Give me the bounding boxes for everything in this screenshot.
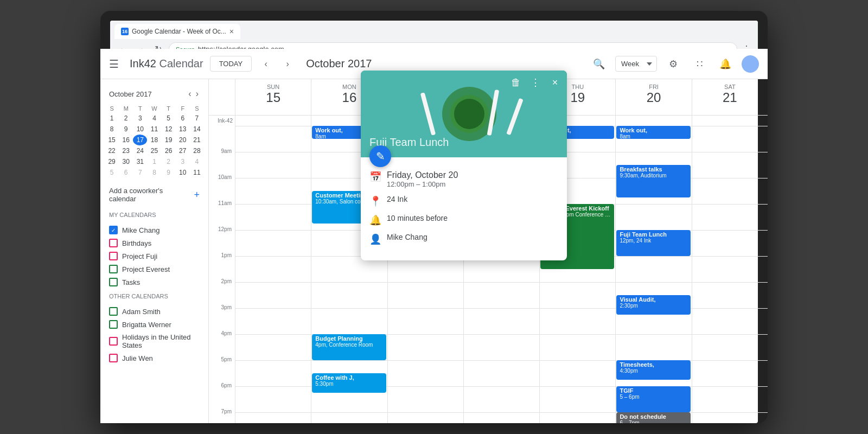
mini-cal-day[interactable]: 27 [176,145,190,156]
next-week-btn[interactable]: › [280,60,295,72]
mini-cal-day[interactable]: 12 [162,124,176,135]
mini-cal-day[interactable]: 6 [119,167,133,178]
mini-cal-day[interactable]: 16 [119,135,133,145]
add-coworker-btn[interactable]: Add a coworker's calendar + [110,182,204,207]
mini-cal-day[interactable]: 25 [147,145,161,156]
my-calendar-item[interactable]: ✓Mike Chang [110,224,204,237]
mini-cal-day[interactable]: 24 [133,145,147,156]
event-block[interactable]: Work out,8am [616,126,690,139]
mini-cal-day[interactable]: 3 [176,156,190,167]
cal-label: Holidays in the United States [122,333,200,349]
cal-label: Brigatta Werner [122,321,171,329]
mini-cal-day[interactable]: 17 [133,135,147,145]
popup-edit-btn[interactable]: ✎ [369,145,391,167]
day-header-w: W [147,104,161,113]
mini-cal-day[interactable]: 19 [162,135,176,145]
day-header-fri: FRI 20 [615,79,691,115]
mini-cal-day[interactable]: 8 [110,124,119,135]
mini-cal-day[interactable]: 4 [190,156,204,167]
mini-cal-day[interactable]: 14 [190,124,204,135]
mini-cal-day[interactable]: 2 [162,156,176,167]
mini-cal-day[interactable]: 15 [110,135,119,145]
event-block[interactable]: Do not schedule6 – 7pm [616,412,690,423]
mini-cal-day[interactable]: 18 [147,135,161,145]
cal-label: Project Everest [122,265,170,273]
mini-cal-day[interactable]: 5 [110,167,119,178]
my-calendar-item[interactable]: Project Fuji [110,250,204,263]
mini-cal-day[interactable]: 31 [133,156,147,167]
today-button[interactable]: TODAY [210,60,252,72]
mini-cal-day[interactable]: 10 [176,167,190,178]
browser-tab[interactable]: 16 Google Calendar - Week of Oc... × [114,24,240,39]
mini-cal-day[interactable]: 9 [162,167,176,178]
view-select[interactable]: Week Day Month [615,60,657,72]
mini-cal-day[interactable]: 8 [147,167,161,178]
sun-num: 15 [266,91,280,104]
popup-reminder-text: 10 minutes before [387,214,448,222]
event-subtitle: 5:30pm [315,381,382,387]
mini-cal-day[interactable]: 11 [147,124,161,135]
user-avatar[interactable] [742,60,758,73]
mini-cal-day[interactable]: 23 [119,145,133,156]
apps-btn[interactable]: ∷ [690,60,709,74]
popup-body: 📅 Friday, October 20 12:00pm – 1:00pm 📍 … [361,157,567,260]
event-block[interactable]: Visual Audit,2:30pm [616,295,690,315]
hamburger-menu[interactable]: ☰ [110,60,119,71]
mini-cal-day[interactable]: 20 [176,135,190,145]
mini-cal-day[interactable]: 5 [162,113,176,124]
settings-btn[interactable]: ⚙ [663,60,683,74]
cal-label: Mike Chang [122,226,159,234]
search-btn[interactable]: 🔍 [589,60,609,74]
mini-cal-day[interactable]: 7 [190,113,204,124]
mini-cal-day[interactable]: 28 [190,145,204,156]
mini-cal-day[interactable]: 13 [176,124,190,135]
mini-calendar: S M T W T F S 12345678910111213141516171… [110,104,204,178]
my-calendar-item[interactable]: Birthdays [110,237,204,250]
mini-cal-day[interactable]: 26 [162,145,176,156]
mini-cal-day[interactable]: 4 [147,113,161,124]
popup-close-btn[interactable]: × [547,75,563,90]
event-block[interactable]: Fuji Team Lunch12pm, 24 Ink [616,230,690,256]
other-calendar-item[interactable]: Holidays in the United States [110,331,204,352]
event-block[interactable]: Coffee with J,5:30pm [312,373,386,393]
popup-more-btn[interactable]: ⋮ [528,75,543,90]
mini-cal-day[interactable]: 9 [119,124,133,135]
mini-cal-day[interactable]: 10 [133,124,147,135]
my-calendars-list: ✓Mike ChangBirthdaysProject FujiProject … [110,224,204,289]
event-block[interactable]: Timesheets,4:30pm [616,360,690,380]
mini-cal-day[interactable]: 2 [119,113,133,124]
mini-cal-day[interactable]: 29 [110,156,119,167]
event-block[interactable]: Breakfast talks9:30am, Auditorium [616,165,690,197]
cal-checkbox [110,252,118,260]
mini-cal-day[interactable]: 30 [119,156,133,167]
thu-label: THU [571,84,584,90]
cal-checkbox [110,354,118,362]
event-block[interactable]: Budget Planning4pm, Conference Room [312,334,386,360]
mini-cal-day[interactable]: 3 [133,113,147,124]
mini-cal-day[interactable]: 7 [133,167,147,178]
mini-cal-day[interactable]: 1 [110,113,119,124]
other-calendar-item[interactable]: Brigatta Werner [110,318,204,331]
mini-cal-day[interactable]: 11 [190,167,204,178]
notifications-btn[interactable]: 🔔 [716,60,735,74]
event-block[interactable]: TGIF5 – 6pm [616,386,690,412]
my-calendar-item[interactable]: Tasks [110,276,204,289]
other-calendar-item[interactable]: Julie Wen [110,352,204,365]
day-header-th: T [162,104,176,113]
mini-next-btn[interactable]: › [195,88,200,100]
laptop-frame: 16 Google Calendar - Week of Oc... × ← →… [100,11,768,423]
mini-cal-day[interactable]: 1 [147,156,161,167]
tab-close-btn[interactable]: × [229,27,234,36]
my-calendar-item[interactable]: Project Everest [110,263,204,276]
mini-cal-day[interactable]: 22 [110,145,119,156]
mini-cal-day[interactable]: 21 [190,135,204,145]
mon-label: MON [342,84,356,90]
other-calendar-item[interactable]: Adam Smith [110,305,204,318]
prev-week-btn[interactable]: ‹ [258,60,273,72]
popup-delete-btn[interactable]: 🗑 [508,75,524,90]
mini-prev-btn[interactable]: ‹ [187,88,192,100]
my-calendars-label: MY CALENDARS [110,207,204,219]
mini-cal-day[interactable]: 6 [176,113,190,124]
popup-location-row: 📍 24 Ink [369,195,558,207]
tab-bar: 16 Google Calendar - Week of Oc... × [110,21,758,39]
